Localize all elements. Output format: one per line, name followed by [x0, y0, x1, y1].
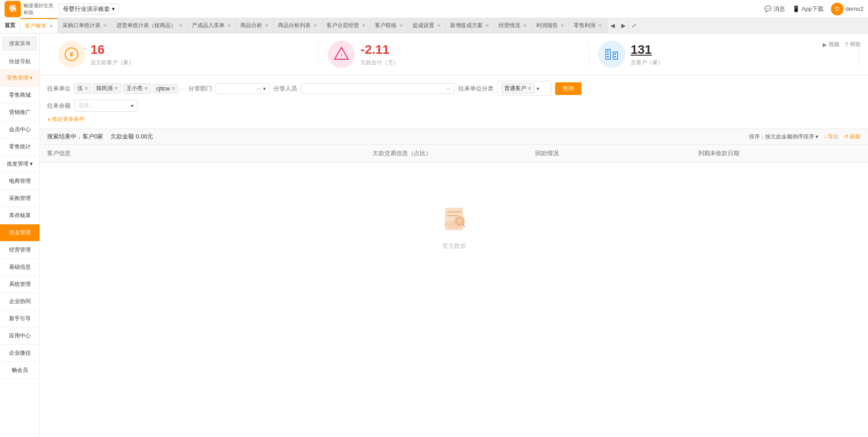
- tab-profit-report[interactable]: 利润报告 ✕: [532, 18, 569, 33]
- tag-wu[interactable]: 伍 ✕: [74, 83, 91, 94]
- messages-button[interactable]: 💬 消息: [764, 5, 785, 13]
- tab-scroll-right[interactable]: ▶: [618, 18, 628, 33]
- content-area: ¥ 16 总欠款客户（家） ! -2.11 欠款合计: [40, 33, 868, 437]
- refresh-icon: ↺: [844, 133, 849, 140]
- dept-select[interactable]: ··· ▾: [216, 83, 270, 94]
- tab-home[interactable]: 首页: [0, 18, 20, 33]
- close-icon[interactable]: ✕: [362, 23, 365, 28]
- sidebar-item-retail-mall[interactable]: 零售商城: [0, 87, 39, 104]
- svg-rect-5: [613, 52, 618, 59]
- person-select[interactable]: ···: [301, 83, 455, 94]
- sidebar-item-system[interactable]: 系统管理: [0, 276, 39, 293]
- search-count: 搜索结果中，客户0家: [47, 133, 103, 141]
- tab-product-analysis[interactable]: 商品分析 ✕: [236, 18, 273, 33]
- sidebar-item-ecommerce[interactable]: 电商管理: [0, 173, 39, 190]
- export-button[interactable]: ↓ 导出: [824, 133, 839, 141]
- category-tag[interactable]: 普通客户 ✕: [501, 83, 535, 94]
- close-icon[interactable]: ✕: [523, 23, 527, 28]
- sidebar: 搜索菜单 快捷导航 零售管理 ▾ 零售商城 营销推广 会员中心 零售统计 批发管…: [0, 33, 40, 437]
- sidebar-item-beginner[interactable]: 新手引导: [0, 310, 39, 328]
- sidebar-item-wechat[interactable]: 企业微信: [0, 345, 39, 362]
- close-icon[interactable]: ✕: [171, 86, 175, 91]
- tab-scroll-left[interactable]: ◀: [607, 18, 618, 33]
- stat-info-debt: -2.11 欠款合计（万）: [360, 42, 398, 67]
- search-menu-button[interactable]: 搜索菜单: [3, 37, 37, 50]
- app-download-button[interactable]: 📱 App下载: [792, 5, 824, 13]
- logo-icon: 畅: [5, 1, 21, 17]
- tab-purchase-order-stats[interactable]: 采购订单统计表 ✕: [58, 18, 112, 33]
- sort-button[interactable]: 排序：按欠款金额倒序排序 ▾: [749, 133, 818, 141]
- close-icon[interactable]: ✕: [528, 86, 532, 91]
- sidebar-item-basic-info[interactable]: 基础信息: [0, 259, 39, 276]
- close-icon[interactable]: ✕: [179, 23, 182, 28]
- category-select[interactable]: 普通客户 ✕ ▾: [497, 81, 551, 96]
- tab-label: 经营情况: [499, 22, 520, 29]
- close-icon[interactable]: ✕: [144, 86, 148, 91]
- tab-inbound-stats[interactable]: 进货单统计表（按商品） ✕: [112, 18, 187, 33]
- sidebar-item-retail-stats[interactable]: 零售统计: [0, 138, 39, 156]
- close-icon[interactable]: ✕: [227, 23, 231, 28]
- sidebar-item-quick-nav[interactable]: 快捷导航: [0, 54, 39, 70]
- sidebar-item-marketing[interactable]: 营销推广: [0, 104, 39, 121]
- sidebar-item-operations[interactable]: 经营管理: [0, 242, 39, 259]
- col-debt-info: 欠款交易信息（占比）: [373, 149, 535, 157]
- chevron-down-icon: ▾: [815, 133, 818, 140]
- sidebar-item-purchase[interactable]: 采购管理: [0, 190, 39, 207]
- svg-rect-14: [447, 215, 458, 216]
- query-button[interactable]: 查询: [555, 82, 581, 95]
- empty-state: 暂无数据: [40, 162, 868, 286]
- empty-icon: [436, 199, 472, 235]
- tag-chenminqiang[interactable]: 陈民强 ✕: [93, 83, 121, 94]
- sidebar-item-retail-management[interactable]: 零售管理 ▾: [0, 70, 39, 87]
- tab-customer-ledger[interactable]: 客户账本 ✕: [20, 18, 58, 33]
- unit-label: 往来单位: [47, 85, 71, 93]
- tag-label: 伍: [77, 85, 83, 92]
- close-icon[interactable]: ✕: [561, 23, 564, 28]
- user-avatar-button[interactable]: D demo2: [831, 3, 863, 15]
- tab-product-inbound[interactable]: 产成品入库单 ✕: [187, 18, 236, 33]
- close-icon[interactable]: ✕: [114, 86, 118, 91]
- company-selector[interactable]: 母婴行业演示账套 ▾: [59, 4, 119, 14]
- stat-total-customers: 131 总客户（家）: [589, 41, 859, 68]
- chevron-down-icon: ▾: [112, 5, 115, 12]
- more-tags[interactable]: ···: [180, 86, 185, 92]
- sidebar-item-finance[interactable]: 资金管理: [0, 224, 39, 242]
- video-link[interactable]: ▶ 视频: [823, 41, 839, 48]
- close-icon[interactable]: ✕: [437, 23, 441, 28]
- sidebar-item-enterprise[interactable]: 企业协同: [0, 293, 39, 310]
- tab-product-analysis-list[interactable]: 商品分析列表 ✕: [273, 18, 322, 33]
- tab-customer-contact[interactable]: 客户联络 ✕: [370, 18, 408, 33]
- tab-label: 客户分层经营: [326, 22, 359, 29]
- company-name: 母婴行业演示账套: [63, 5, 110, 13]
- close-icon[interactable]: ✕: [49, 24, 53, 28]
- tab-label: 商品分析列表: [278, 22, 311, 29]
- sidebar-item-wholesale[interactable]: 批发管理 ▾: [0, 156, 39, 173]
- tab-retail-profit[interactable]: 零售利润 ✕: [569, 18, 607, 33]
- remain-label: 往来余额: [47, 102, 71, 110]
- close-icon[interactable]: ✕: [84, 86, 88, 91]
- tab-add-commission[interactable]: 新增提成方案 ✕: [446, 18, 494, 33]
- close-icon[interactable]: ✕: [399, 23, 403, 28]
- tab-label: 新增提成方案: [450, 22, 483, 29]
- tab-expand[interactable]: ⤢: [628, 18, 639, 33]
- close-icon[interactable]: ✕: [103, 23, 107, 28]
- sidebar-item-app-center[interactable]: 应用中心: [0, 328, 39, 345]
- refresh-button[interactable]: ↺ 刷新: [844, 133, 861, 141]
- close-icon[interactable]: ✕: [598, 23, 602, 28]
- sidebar-item-member[interactable]: 畅会员: [0, 362, 39, 379]
- collapse-button[interactable]: ∧ 收起更多条件: [47, 115, 861, 123]
- remain-select[interactable]: 选择... ▾: [74, 100, 138, 112]
- sidebar-item-member-center[interactable]: 会员中心: [0, 121, 39, 138]
- sidebar-item-inventory[interactable]: 库存核算: [0, 207, 39, 224]
- tag-wangxiaoliang[interactable]: 王小亮 ✕: [123, 83, 151, 94]
- col-customer-info: 客户信息: [47, 149, 373, 157]
- tab-commission-settings[interactable]: 提成设置 ✕: [408, 18, 446, 33]
- close-icon[interactable]: ✕: [265, 23, 269, 28]
- close-icon[interactable]: ✕: [485, 23, 489, 28]
- main-layout: 搜索菜单 快捷导航 零售管理 ▾ 零售商城 营销推广 会员中心 零售统计 批发管…: [0, 33, 868, 437]
- tag-cjttcw[interactable]: cjttcw ✕: [153, 84, 178, 93]
- tab-operation-status[interactable]: 经营情况 ✕: [494, 18, 532, 33]
- close-icon[interactable]: ✕: [313, 23, 317, 28]
- tab-customer-tier[interactable]: 客户分层经营 ✕: [322, 18, 370, 33]
- help-link[interactable]: ? 帮助: [845, 41, 861, 48]
